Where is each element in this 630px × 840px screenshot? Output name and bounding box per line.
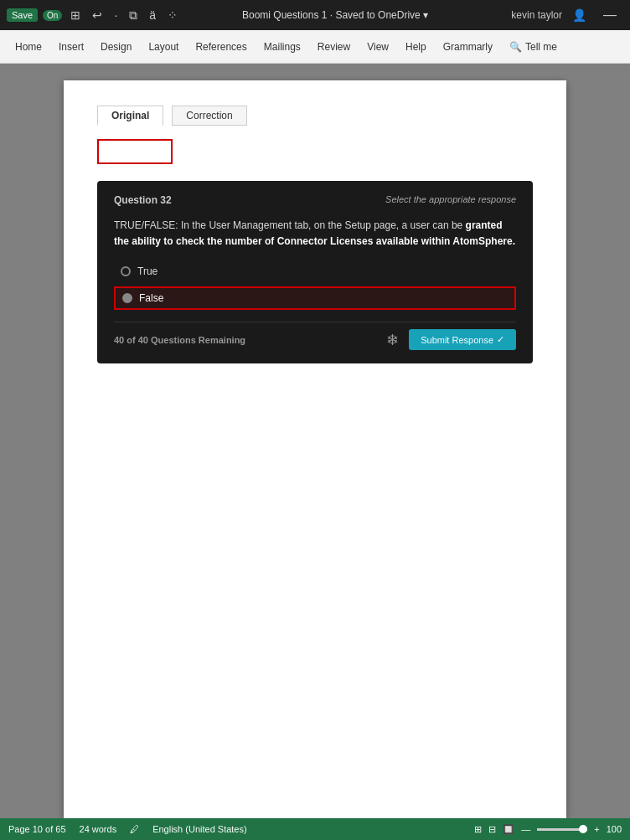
clipboard-icon[interactable]: ⧉ <box>126 7 141 24</box>
document-page: Original Correction Question 32 Select t… <box>64 80 566 818</box>
ribbon-view[interactable]: View <box>359 34 397 59</box>
document-area: Original Correction Question 32 Select t… <box>0 64 630 818</box>
answer-true[interactable]: True <box>114 261 516 281</box>
title-bar-left: Save On ⊞ ↩ · ⧉ ä ⁘ <box>7 7 181 24</box>
snowflake-icon: ❄ <box>386 331 399 349</box>
ribbon: Home Insert Design Layout References Mai… <box>0 30 630 64</box>
quiz-card: Question 32 Select the appropriate respo… <box>97 181 533 363</box>
checkmark-icon: ✓ <box>497 334 504 345</box>
status-icon-2: ⊟ <box>488 824 496 835</box>
ribbon-help[interactable]: Help <box>397 34 435 59</box>
pin-button[interactable]: ⁘ <box>164 7 181 23</box>
title-bar: Save On ⊞ ↩ · ⧉ ä ⁘ Boomi Questions 1 · … <box>0 0 630 30</box>
save-button[interactable]: Save <box>7 8 38 22</box>
submit-label: Submit Response <box>421 335 493 345</box>
ribbon-review[interactable]: Review <box>309 34 359 59</box>
question-text-part1: TRUE/FALSE: In the User Management tab, … <box>114 219 466 231</box>
zoom-plus[interactable]: + <box>594 824 599 834</box>
tab-correction[interactable]: Correction <box>172 106 246 126</box>
ribbon-insert[interactable]: Insert <box>50 34 92 59</box>
answer-false-label: False <box>139 292 163 304</box>
ribbon-tell-me[interactable]: 🔍 Tell me <box>501 34 565 59</box>
status-bar-right: ⊞ ⊟ 🔲 — + 100 <box>474 824 622 835</box>
quiz-footer: 40 of 40 Questions Remaining ❄ Submit Re… <box>114 322 516 350</box>
format-button[interactable]: ä <box>146 7 159 23</box>
user-name: kevin taylor <box>511 9 562 21</box>
document-title: Boomi Questions 1 · Saved to OneDrive ▾ <box>188 9 483 21</box>
undo-button[interactable]: ↩ <box>89 7 106 23</box>
radio-false <box>122 293 132 303</box>
status-bar: Page 10 of 65 24 words 🖊 English (United… <box>0 818 630 840</box>
ribbon-mailings[interactable]: Mailings <box>256 34 309 59</box>
ribbon-design[interactable]: Design <box>92 34 140 59</box>
search-icon: 🔍 <box>509 41 522 53</box>
tab-original[interactable]: Original <box>97 106 163 126</box>
ribbon-grammarly[interactable]: Grammarly <box>435 34 501 59</box>
autosave-toggle[interactable]: On <box>43 10 62 21</box>
answer-false[interactable]: False <box>114 286 516 310</box>
answer-true-label: True <box>137 265 158 277</box>
footer-right: ❄ Submit Response ✓ <box>386 329 516 350</box>
status-icon-3: 🔲 <box>503 824 514 835</box>
question-text: TRUE/FALSE: In the User Management tab, … <box>114 218 516 250</box>
ribbon-home[interactable]: Home <box>7 34 50 59</box>
zoom-level: 100 <box>607 824 622 834</box>
language: English (United States) <box>152 824 247 834</box>
questions-remaining: 40 of 40 Questions Remaining <box>114 335 245 345</box>
red-box-placeholder <box>97 139 173 164</box>
word-count: 24 words <box>80 824 117 834</box>
select-response-label: Select the appropriate response <box>385 194 516 206</box>
user-icon[interactable]: 👤 <box>569 7 590 23</box>
ribbon-references[interactable]: References <box>187 34 255 59</box>
redo-button[interactable]: · <box>111 7 121 23</box>
language-icon: 🖊 <box>130 824 139 834</box>
title-bar-right: kevin taylor 👤 — <box>489 6 623 24</box>
tabs-row: Original Correction <box>97 106 533 126</box>
quiz-header: Question 32 Select the appropriate respo… <box>114 194 516 206</box>
minimize-button[interactable]: — <box>596 6 623 24</box>
page-info: Page 10 of 65 <box>8 824 66 834</box>
submit-response-button[interactable]: Submit Response ✓ <box>409 329 516 350</box>
status-icon-1: ⊞ <box>474 824 482 835</box>
ribbon-layout[interactable]: Layout <box>140 34 187 59</box>
zoom-slider[interactable] <box>537 828 587 831</box>
grid-icon-button[interactable]: ⊞ <box>67 7 84 23</box>
zoom-minus[interactable]: — <box>521 824 530 834</box>
question-number: Question 32 <box>114 194 172 206</box>
radio-true <box>121 266 131 276</box>
zoom-slider-thumb <box>579 825 587 833</box>
